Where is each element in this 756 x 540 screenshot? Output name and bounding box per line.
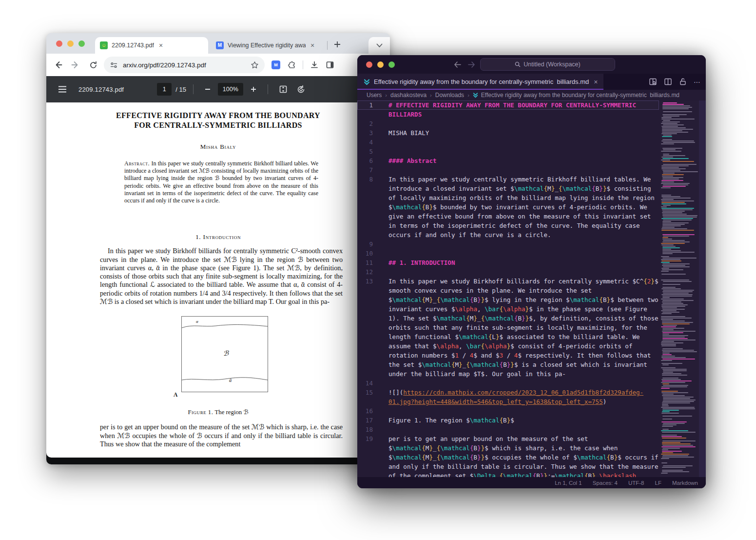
pdf-zoom-level[interactable]: 100%	[218, 83, 243, 96]
maximize-window-button[interactable]	[388, 61, 395, 68]
breadcrumb-downloads[interactable]: Downloads	[435, 92, 464, 99]
browser-tab-mathpix[interactable]: M Viewing Effective rigidity awa ×	[211, 37, 323, 54]
code-line-1[interactable]: 1# EFFECTIVE RIGIDITY AWAY FROM THE BOUN…	[357, 100, 706, 119]
encoding-setting[interactable]: UTF-8	[628, 480, 644, 486]
address-bar[interactable]: arxiv.org/pdf/2209.12743.pdf	[104, 57, 265, 73]
code-line-17[interactable]: 17Figure 1. The region $\mathcal{B}$	[357, 416, 706, 425]
code-line-16[interactable]: 16	[357, 406, 706, 416]
editor-pane[interactable]: 1# EFFECTIVE RIGIDITY AWAY FROM THE BOUN…	[357, 100, 706, 477]
code-line-10[interactable]: 10	[357, 249, 706, 258]
breadcrumb-user[interactable]: dashakosteva	[390, 92, 426, 99]
breadcrumb-users[interactable]: Users	[367, 92, 382, 99]
line-number: 14	[357, 379, 380, 388]
back-icon[interactable]	[52, 59, 64, 71]
code-line-6[interactable]: 6#### Abstract	[357, 156, 706, 165]
tab-divider	[327, 41, 328, 50]
zoom-in-icon[interactable]	[250, 86, 257, 93]
extensions-puzzle-icon[interactable]	[287, 60, 296, 69]
split-editor-icon[interactable]	[664, 78, 672, 86]
code-line-11[interactable]: 11## 1. INTRODUCTION	[357, 258, 706, 267]
bookmark-star-icon[interactable]	[251, 61, 259, 69]
breadcrumb[interactable]: Users › dashakosteva › Downloads › Effec…	[357, 90, 706, 100]
url-text[interactable]: arxiv.org/pdf/2209.12743.pdf	[123, 61, 251, 69]
line-number: 18	[357, 425, 380, 434]
downloads-icon[interactable]	[310, 60, 319, 69]
chrome-traffic-lights	[56, 40, 85, 47]
breadcrumb-file[interactable]: Effective rigidity away from the boundar…	[481, 92, 679, 99]
history-forward-icon[interactable]	[468, 61, 475, 68]
line-number: 4	[357, 138, 380, 147]
close-window-button[interactable]	[366, 61, 372, 68]
code-line-12[interactable]: 12	[357, 267, 706, 277]
scrollbar[interactable]	[699, 100, 706, 477]
figure-label-alpha: α	[196, 319, 198, 324]
code-line-15[interactable]: 15![](https://cdn.mathpix.com/cropped/20…	[357, 388, 706, 406]
unlock-icon[interactable]	[679, 78, 687, 86]
eol-setting[interactable]: LF	[655, 480, 661, 486]
minimize-window-button[interactable]	[377, 61, 384, 68]
side-panel-icon[interactable]	[326, 60, 334, 69]
chevron-right-icon: ›	[430, 92, 432, 98]
code-line-13[interactable]: 13In this paper we study Birkhoff billia…	[357, 277, 706, 379]
line-number: 13	[357, 277, 380, 379]
history-back-icon[interactable]	[454, 61, 461, 68]
minimap[interactable]	[660, 100, 699, 477]
rotate-icon[interactable]	[296, 85, 306, 94]
browser-tab-pdf[interactable]: ☺ 2209.12743.pdf ×	[95, 37, 208, 54]
active-tab-indicator	[357, 89, 603, 90]
line-number: 16	[357, 406, 380, 416]
abstract-label: Abstract.	[124, 160, 150, 167]
line-number: 2	[357, 119, 380, 128]
tab-title: 2209.12743.pdf	[112, 42, 154, 49]
code-line-2[interactable]: 2	[357, 119, 706, 128]
maximize-window-button[interactable]	[78, 40, 85, 47]
intro-paragraph: In this paper we study Birkhoff billiard…	[100, 247, 343, 306]
cursor-position[interactable]: Ln 1, Col 1	[555, 480, 582, 486]
tab-search-button[interactable]	[368, 37, 390, 54]
code-line-3[interactable]: 3MISHA BIALY	[357, 128, 706, 138]
code-area[interactable]: 1# EFFECTIVE RIGIDITY AWAY FROM THE BOUN…	[357, 100, 706, 477]
editor-tab[interactable]: Effective rigidity away from the boundar…	[357, 74, 603, 90]
tab-close-icon[interactable]: ×	[159, 42, 163, 49]
chrome-window: ☺ 2209.12743.pdf × M Viewing Effective r…	[46, 33, 390, 464]
line-number: 6	[357, 156, 380, 165]
close-window-button[interactable]	[56, 40, 62, 47]
continuation-paragraph: per is to get an upper bound on the meas…	[100, 423, 343, 448]
zoom-out-icon[interactable]	[204, 86, 211, 93]
tab-close-icon[interactable]: ×	[310, 42, 314, 49]
tab-close-icon[interactable]: ×	[594, 78, 598, 86]
code-line-9[interactable]: 9	[357, 240, 706, 249]
pdf-page-input[interactable]: 1	[157, 83, 172, 96]
code-line-4[interactable]: 4	[357, 138, 706, 147]
command-center-search[interactable]: Untitled (Workspace)	[480, 58, 615, 71]
code-line-14[interactable]: 14	[357, 379, 706, 388]
vscode-window: Untitled (Workspace) Effective rigidity …	[357, 55, 706, 488]
reload-icon[interactable]	[87, 59, 99, 71]
pdf-toolbar-divider	[268, 84, 268, 94]
site-settings-icon[interactable]	[110, 61, 118, 69]
code-line-19[interactable]: 19per is to get an upper bound on the me…	[357, 434, 706, 477]
line-number: 9	[357, 240, 380, 249]
more-actions-icon[interactable]: ⋯	[694, 78, 701, 86]
language-mode[interactable]: Markdown	[672, 480, 698, 486]
fit-to-page-icon[interactable]	[279, 85, 288, 94]
code-line-8[interactable]: 8In this paper we study centrally symmet…	[357, 175, 706, 240]
forward-icon[interactable]	[70, 59, 81, 71]
line-number: 1	[357, 100, 380, 119]
minimize-window-button[interactable]	[67, 40, 74, 47]
new-tab-button[interactable]	[333, 40, 342, 49]
line-number: 3	[357, 128, 380, 138]
code-line-7[interactable]: 7	[357, 165, 706, 175]
line-number: 10	[357, 249, 380, 258]
code-line-5[interactable]: 5	[357, 147, 706, 156]
code-line-18[interactable]: 18	[357, 425, 706, 434]
indentation-setting[interactable]: Spaces: 4	[593, 480, 618, 486]
line-number: 8	[357, 175, 380, 240]
toolbar-divider	[303, 60, 303, 69]
pdf-viewer-toolbar: 2209.12743.pdf 1 / 15 100%	[46, 76, 390, 102]
paper-title: EFFECTIVE RIGIDITY AWAY FROM THE BOUNDAR…	[46, 111, 390, 130]
mathpix-extension-icon[interactable]: M	[271, 60, 280, 69]
open-preview-icon[interactable]	[649, 78, 657, 86]
pdf-menu-icon[interactable]	[58, 86, 67, 93]
line-number: 17	[357, 416, 380, 425]
